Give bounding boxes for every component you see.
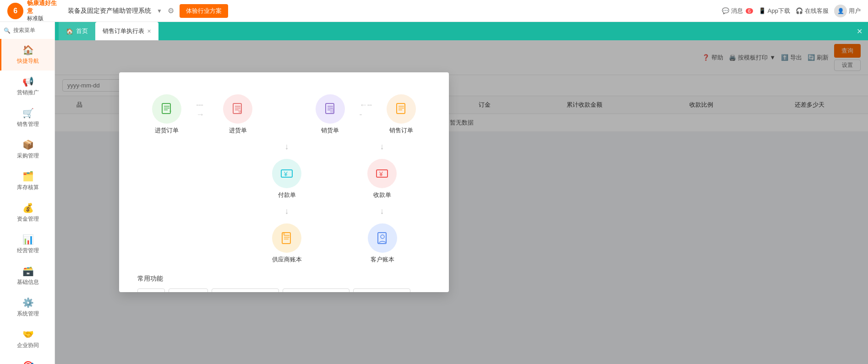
flow-row-2: ¥ 付款单 <box>137 152 431 206</box>
sidebar-item-guide[interactable]: 🎯 新手引导 <box>0 355 55 364</box>
tab-close-btn[interactable]: ✕ <box>147 28 151 34</box>
modal-overlay[interactable]: 进货订单 - - - → <box>55 40 868 364</box>
sidebar-item-purchase[interactable]: 📦 采购管理 <box>0 134 55 165</box>
logo-area: 6 畅康通好生意 标准版 <box>7 0 62 22</box>
node-purchase-doc[interactable]: ✓ 进货单 <box>223 94 252 135</box>
gear-icon: ⚙️ <box>22 297 34 308</box>
search-menu-item[interactable]: 🔍 搜索菜单 <box>0 22 55 39</box>
main-layout: 🔍 搜索菜单 🏠 快捷导航 📢 营销推广 🛒 销售管理 📦 采购管理 🗂️ <box>0 22 868 364</box>
sales-doc-icon <box>323 102 338 116</box>
database-icon: 🗃️ <box>22 266 34 277</box>
svg-text:✓: ✓ <box>239 110 242 113</box>
dashed-left-icon: ← - - - <box>360 100 372 120</box>
node-purchase-order[interactable]: 进货订单 <box>152 94 181 135</box>
svg-rect-0 <box>162 103 170 114</box>
sidebar-item-sales[interactable]: 🛒 销售管理 <box>0 102 55 134</box>
brand-sub: 标准版 <box>27 15 62 22</box>
node-label-sales-doc: 销货单 <box>321 126 339 135</box>
svg-rect-14 <box>330 109 334 113</box>
node-circle-supplier-ledger <box>272 223 301 253</box>
node-customer-ledger[interactable]: 客户账本 <box>368 223 397 264</box>
svg-rect-27 <box>283 233 285 235</box>
top-header: 6 畅康通好生意 标准版 装备及固定资产辅助管理系统 ▼ ⚙ 体验行业方案 💬 … <box>0 0 868 22</box>
node-label-payment: 付款单 <box>278 191 296 199</box>
node-supplier-ledger[interactable]: 供应商账本 <box>272 223 302 264</box>
flow-row-1: 进货订单 - - - → <box>137 87 431 142</box>
arrow-down-4: ↓ <box>353 206 411 216</box>
message-label: 消息 <box>731 7 743 15</box>
sidebar-item-finance[interactable]: 💰 资金管理 <box>0 197 55 228</box>
btn-stock-status[interactable]: 现存量(库存状况表) <box>212 288 279 292</box>
spacer-left <box>157 142 257 152</box>
modal-box: 进货订单 - - - → <box>119 72 449 292</box>
node-circle-sales-doc <box>316 94 345 124</box>
user-area[interactable]: 👤 用户 <box>834 5 861 17</box>
megaphone-icon: 📢 <box>22 76 34 87</box>
svg-point-29 <box>381 235 384 239</box>
headset-icon: 🎧 <box>796 7 803 14</box>
home-tab-label: 首页 <box>76 27 88 35</box>
flow-row-3: 供应商账本 <box>137 216 431 271</box>
node-circle-purchase-order <box>152 94 181 124</box>
btn-partner[interactable]: 往来单位 <box>169 288 208 292</box>
sidebar-item-label: 库存核算 <box>17 184 39 191</box>
node-sales-order[interactable]: 销售订单 <box>387 94 416 135</box>
tab-close-all-btn[interactable]: ✕ <box>855 25 864 38</box>
settings-icon[interactable]: ⚙ <box>168 6 174 15</box>
flow-row-arrows2: ↓ ↓ <box>137 206 431 216</box>
sidebar-item-marketing[interactable]: 📢 营销推广 <box>0 71 55 102</box>
folder-icon: 🗂️ <box>22 171 34 182</box>
logo-icon: 6 <box>7 3 23 19</box>
node-circle-receipt: ¥ <box>367 159 397 188</box>
down-arrow-1: ↓ <box>285 142 289 151</box>
svg-rect-15 <box>397 103 405 114</box>
online-service-btn[interactable]: 🎧 在线客服 <box>796 7 829 15</box>
sidebar-item-label: 营销推广 <box>17 89 39 97</box>
svg-text:¥: ¥ <box>379 170 383 178</box>
message-badge: 6 <box>746 8 753 14</box>
target-icon: 🎯 <box>22 360 34 364</box>
message-btn[interactable]: 💬 消息 6 <box>722 7 753 15</box>
node-payment[interactable]: ¥ 付款单 <box>272 159 301 199</box>
down-arrow-3: ↓ <box>285 206 289 216</box>
sidebar-item-operation[interactable]: 📊 经营管理 <box>0 228 55 260</box>
arrow-down-3: ↓ <box>257 206 316 216</box>
sidebar-item-quick-nav[interactable]: 🏠 快捷导航 <box>0 39 55 71</box>
sidebar-item-inventory[interactable]: 🗂️ 库存核算 <box>0 165 55 197</box>
node-sales-doc[interactable]: 销货单 <box>316 94 345 135</box>
home-icon: 🏠 <box>22 44 34 55</box>
sidebar-item-system[interactable]: ⚙️ 系统管理 <box>0 292 55 323</box>
sidebar-item-label: 销售管理 <box>17 120 39 128</box>
arrow-down-2: ↓ <box>353 142 411 152</box>
sidebar-item-label: 采购管理 <box>17 152 39 160</box>
sidebar-item-label: 基础信息 <box>17 278 39 286</box>
dropdown-arrow-icon[interactable]: ▼ <box>157 8 162 14</box>
box-icon: 📦 <box>22 139 34 150</box>
logo-char: 6 <box>13 7 17 15</box>
node-label-receipt: 收款单 <box>373 191 391 199</box>
arrow-h-2: ← - - - <box>360 100 372 120</box>
logo-text: 畅康通好生意 标准版 <box>27 0 62 22</box>
supplier-ledger-icon <box>279 231 294 245</box>
btn-stock-dist[interactable]: 现存量(库存分布表) <box>283 288 350 292</box>
app-download-btn[interactable]: 📱 App下载 <box>759 7 790 15</box>
btn-sales-gross[interactable]: 销售毛利分析表 <box>353 288 410 292</box>
node-receipt[interactable]: ¥ 收款单 <box>367 159 397 199</box>
btn-product[interactable]: 商品 <box>137 288 165 292</box>
down-arrow-4: ↓ <box>380 206 384 216</box>
purchase-order-icon <box>159 102 174 116</box>
customer-ledger-icon <box>375 231 390 245</box>
tab-home[interactable]: 🏠 首页 <box>59 22 95 40</box>
sales-order-icon <box>394 102 409 116</box>
node-circle-purchase-doc: ✓ <box>223 94 252 124</box>
try-btn[interactable]: 体验行业方案 <box>180 4 228 18</box>
node-circle-customer-ledger <box>368 223 397 253</box>
sidebar-item-corp[interactable]: 🤝 企业协同 <box>0 323 55 355</box>
node-label-customer-ledger: 客户账本 <box>371 255 394 264</box>
sidebar-item-base[interactable]: 🗃️ 基础信息 <box>0 260 55 292</box>
content-area: 🏠 首页 销售订单执行表 ✕ ✕ ❓ 帮助 <box>55 22 868 364</box>
tab-sales-order[interactable]: 销售订单执行表 ✕ <box>95 22 158 40</box>
page-content: ❓ 帮助 🖨️ 按模板打印 ▼ ⬆️ 导出 🔄 刷新 <box>55 40 868 364</box>
dashed-right-icon: - - - → <box>196 100 208 120</box>
svg-text:¥: ¥ <box>284 170 288 178</box>
